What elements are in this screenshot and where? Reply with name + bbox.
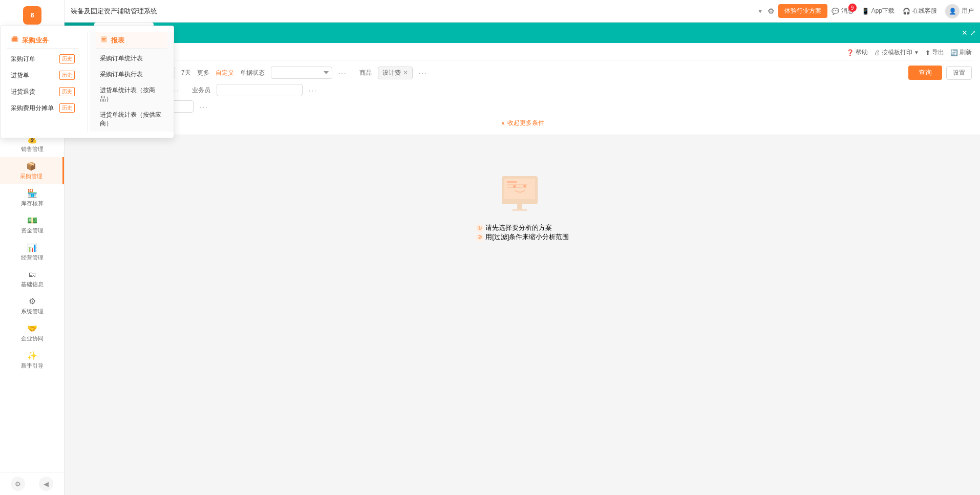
- doc-status-label: 单据状态: [240, 69, 265, 77]
- message-icon: 💬: [832, 8, 839, 15]
- collapse-btn[interactable]: ∧ 收起更多条件: [73, 117, 972, 130]
- date-quick-more[interactable]: 更多: [197, 69, 209, 77]
- print-arrow-icon: ▼: [914, 50, 919, 55]
- goods-tag-text: 设计费: [382, 69, 401, 77]
- history-badge-incoming[interactable]: 历史: [65, 71, 75, 80]
- dropdown-item-incoming-stats-supplier[interactable]: 进货单统计表（按供应商）: [96, 107, 168, 132]
- svg-text:6: 6: [30, 11, 34, 19]
- filter-actions: 查询 设置: [908, 66, 972, 80]
- basic-icon: 🗂: [28, 270, 36, 279]
- dropdown-item-order-exec[interactable]: 采购订单执行表: [96, 67, 168, 82]
- customer-dots[interactable]: ···: [200, 103, 208, 111]
- print-icon: 🖨: [874, 49, 880, 56]
- history-badge-purchase-order[interactable]: 历史: [65, 54, 75, 63]
- dropdown-cols: 采购业务 采购订单 历史 进货单 历史 进货退货 历史: [65, 43, 174, 132]
- svg-rect-4: [507, 181, 517, 183]
- tab-bar-right: ✕ ⤢: [962, 29, 980, 37]
- empty-tip-1: ① 请先选择要分析的方案: [476, 223, 569, 232]
- refresh-btn[interactable]: 🔄 刷新: [950, 48, 972, 57]
- export-icon: ⬆: [925, 49, 930, 56]
- operations-icon: 📊: [27, 243, 37, 252]
- export-btn[interactable]: ⬆ 导出: [925, 48, 944, 57]
- filter-row-2: 排名项目 金额 ··· 业务员 ···: [73, 84, 972, 96]
- dropdown-item-expense[interactable]: 采购费用分摊单 历史: [65, 100, 79, 116]
- svg-point-10: [523, 185, 526, 188]
- empty-state: ① 请先选择要分析的方案 ② 用[过滤]条件来缩小分析范围: [65, 135, 980, 272]
- dropdown-purchase-title: 采购业务: [65, 43, 79, 49]
- phone-icon: 📱: [862, 8, 869, 15]
- goods-tag-remove[interactable]: ✕: [403, 69, 408, 76]
- query-btn[interactable]: 查询: [908, 66, 942, 80]
- system-title: 装备及固定资产辅助管理系统: [71, 7, 753, 16]
- sidebar-item-basic[interactable]: 🗂 基础信息: [0, 266, 64, 292]
- template-print-btn[interactable]: 🖨 按模板打印 ▼: [874, 48, 919, 57]
- dropdown-item-purchase-order[interactable]: 采购订单 历史: [65, 51, 79, 67]
- user-btn[interactable]: 👤 用户: [945, 4, 974, 18]
- sidebar-item-enterprise[interactable]: 🤝 企业协同: [0, 319, 64, 347]
- doc-status-dots[interactable]: ···: [338, 69, 347, 77]
- sidebar-item-finance[interactable]: 💵 资金管理: [0, 211, 64, 239]
- goods-dots[interactable]: ···: [419, 69, 428, 77]
- sidebar-settings-btn[interactable]: ⚙: [11, 477, 25, 491]
- settings-gear-icon[interactable]: ⚙: [768, 7, 774, 16]
- dropdown-col-report: 报表 采购订单统计表 采购订单执行表 进货单统计表（按商品） 进货单统计表（按供…: [90, 43, 174, 132]
- sidebar-collapse-btn[interactable]: ◀: [39, 477, 53, 491]
- inventory-icon: 🏪: [27, 188, 37, 198]
- sidebar-item-purchase[interactable]: 📦 采购管理: [0, 157, 64, 184]
- empty-illustration: [492, 166, 553, 217]
- report-title-icon: [100, 43, 108, 45]
- empty-tip-2: ② 用[过滤]条件来缩小分析范围: [476, 232, 569, 242]
- logo-icon: 6: [23, 6, 41, 25]
- dropdown-item-order-stats[interactable]: 采购订单统计表: [96, 51, 168, 67]
- online-service-btn[interactable]: 🎧 在线客服: [903, 7, 937, 15]
- history-badge-expense[interactable]: 历史: [65, 103, 75, 113]
- collapse-arrow-icon: ∧: [501, 120, 505, 127]
- dropdown-item-incoming[interactable]: 进货单 历史: [65, 67, 79, 83]
- system-icon: ⚙: [29, 296, 36, 306]
- salesman-dots[interactable]: ···: [309, 87, 317, 94]
- svg-rect-8: [512, 209, 527, 211]
- dropdown-arrow-icon[interactable]: ▼: [757, 8, 763, 15]
- salesman-label: 业务员: [192, 86, 210, 95]
- purchase-dropdown-menu: 采购业务 采购订单 历史 进货单 历史 进货退货 历史: [65, 43, 174, 138]
- sidebar-item-system[interactable]: ⚙ 系统管理: [0, 292, 64, 319]
- sidebar-bottom: ⚙ ◀: [0, 472, 64, 495]
- top-right: 💬 消息 9 📱 App下载 🎧 在线客服 👤 用户: [832, 4, 974, 18]
- page-content: ❓ 帮助 🖨 按模板打印 ▼ ⬆ 导出 🔄 刷新: [65, 43, 980, 495]
- sidebar-item-guide[interactable]: ✨ 新手引导: [0, 347, 64, 374]
- help-btn[interactable]: ❓ 帮助: [846, 48, 868, 57]
- sidebar-item-inventory[interactable]: 🏪 库存核算: [0, 184, 64, 211]
- filter-row-3: 客户 ···: [73, 100, 972, 113]
- col-divider: [87, 43, 88, 132]
- dropdown-item-return[interactable]: 进货退货 历史: [65, 83, 79, 100]
- app-download-btn[interactable]: 📱 App下载: [862, 7, 894, 15]
- dropdown-item-incoming-stats-goods[interactable]: 进货单统计表（按商品）: [96, 82, 168, 107]
- finance-icon: 💵: [27, 216, 37, 225]
- dropdown-col-purchase: 采购业务 采购订单 历史 进货单 历史 进货退货 历史: [65, 43, 85, 132]
- tab-maximize-icon[interactable]: ⤢: [970, 29, 976, 37]
- toolbar-right: ❓ 帮助 🖨 按模板打印 ▼ ⬆ 导出 🔄 刷新: [846, 48, 972, 57]
- svg-rect-7: [517, 204, 522, 209]
- settings-btn[interactable]: 设置: [946, 66, 972, 80]
- salesman-input[interactable]: [217, 84, 303, 96]
- top-bar: 装备及固定资产辅助管理系统 ▼ ⚙ 体验行业方案 💬 消息 9 📱 App下载 …: [65, 0, 980, 23]
- doc-status-select[interactable]: [271, 67, 332, 79]
- industry-btn[interactable]: 体验行业方案: [778, 4, 827, 18]
- purchase-icon: 📦: [26, 161, 36, 171]
- headset-icon: 🎧: [903, 8, 910, 15]
- date-quick-7days[interactable]: 7天: [181, 69, 191, 77]
- tab-close-all-icon[interactable]: ✕: [962, 29, 968, 37]
- dropdown-report-title: 报表: [96, 43, 168, 49]
- empty-tips: ① 请先选择要分析的方案 ② 用[过滤]条件来缩小分析范围: [476, 223, 569, 242]
- guide-icon: ✨: [27, 351, 37, 360]
- message-btn[interactable]: 💬 消息 9: [832, 7, 854, 15]
- refresh-icon: 🔄: [950, 49, 958, 56]
- sidebar-item-operations[interactable]: 📊 经营管理: [0, 239, 64, 266]
- filter-row-1: 7天 更多 自定义 单据状态 ··· 商品 设计费 ✕ ··· 查询 设置: [73, 66, 972, 80]
- date-quick-custom[interactable]: 自定义: [216, 69, 234, 77]
- tab-bar: 首页 销售排行榜 ✕ ✕ ⤢: [65, 23, 980, 43]
- goods-tag: 设计费 ✕: [378, 67, 413, 79]
- user-avatar: 👤: [945, 4, 960, 18]
- history-badge-return[interactable]: 历史: [65, 87, 75, 96]
- message-badge: 9: [848, 4, 857, 12]
